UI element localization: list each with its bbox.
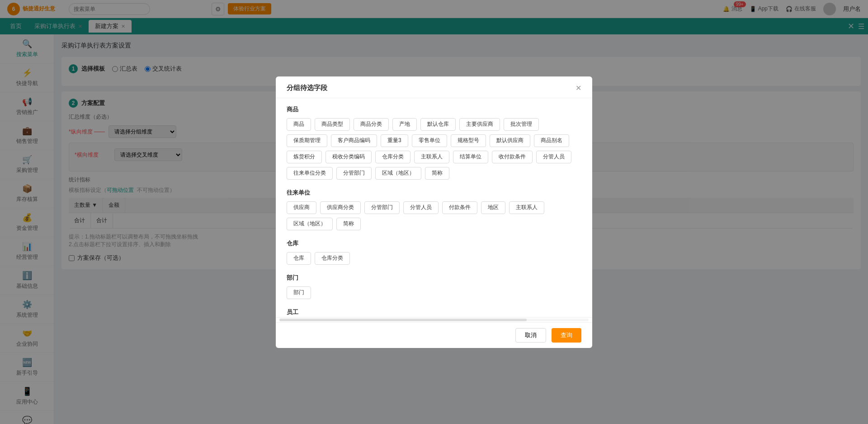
modal-overlay: 分组待选字段 ✕ 商品 商品 商品类型 商品分类 产地 默认仓库 主要供应商 批… [0, 0, 868, 424]
field-tag-expiry-mgmt[interactable]: 保质期管理 [287, 134, 327, 147]
field-tag-origin[interactable]: 产地 [392, 118, 417, 131]
section-warehouse-title: 仓库 [287, 239, 581, 248]
section-warehouse: 仓库 仓库 仓库分类 [287, 239, 581, 265]
section-employee-title: 员工 [287, 308, 581, 316]
field-tag-department[interactable]: 部门 [287, 286, 311, 299]
section-dept-title: 部门 [287, 274, 581, 282]
modal-cancel-button[interactable]: 取消 [515, 328, 546, 343]
modal-confirm-button[interactable]: 查询 [552, 328, 581, 343]
field-tag-dept-partner[interactable]: 分管部门 [364, 201, 400, 214]
field-tag-payment-terms[interactable]: 收付款条件 [492, 151, 533, 163]
modal-hscrollbar[interactable] [276, 317, 592, 322]
field-tag-weight3[interactable]: 重量3 [381, 134, 408, 147]
field-tag-dept[interactable]: 分管部门 [336, 167, 372, 180]
modal-body[interactable]: 商品 商品 商品类型 商品分类 产地 默认仓库 主要供应商 批次管理 保质期管理… [276, 98, 592, 318]
field-tag-goods[interactable]: 商品 [287, 118, 311, 131]
field-tag-tax-code[interactable]: 税收分类编码 [326, 151, 372, 163]
modal-header: 分组待选字段 ✕ [276, 76, 592, 98]
field-tag-supplier-cat[interactable]: 供应商分类 [320, 201, 361, 214]
field-tag-abbr-goods[interactable]: 简称 [425, 167, 449, 180]
field-tag-warehouse-category[interactable]: 仓库分类 [315, 252, 350, 265]
field-tag-default-supplier[interactable]: 默认供应商 [490, 134, 530, 147]
section-employee: 员工 业务员 [287, 308, 581, 318]
field-tag-warehouse[interactable]: 仓库 [287, 252, 311, 265]
field-tag-supplier[interactable]: 供应商 [287, 201, 316, 214]
field-tag-retail-unit[interactable]: 零售单位 [412, 134, 447, 147]
field-tag-partner-cat[interactable]: 往来单位分类 [287, 167, 333, 180]
field-tag-region-partner[interactable]: 地区 [481, 201, 505, 214]
section-partner-title: 往来单位 [287, 189, 581, 197]
field-tag-batch-mgmt[interactable]: 批次管理 [504, 118, 539, 131]
field-tag-main-supplier[interactable]: 主要供应商 [459, 118, 500, 131]
section-dept: 部门 部门 [287, 274, 581, 299]
partner-field-tags: 供应商 供应商分类 分管部门 分管人员 付款条件 地区 主联系人 区域（地区） … [287, 201, 581, 230]
field-tag-settlement-unit[interactable]: 结算单位 [453, 151, 488, 163]
field-tag-points[interactable]: 炼货积分 [287, 151, 322, 163]
goods-field-tags: 商品 商品类型 商品分类 产地 默认仓库 主要供应商 批次管理 保质期管理 客户… [287, 118, 581, 180]
field-tag-manager[interactable]: 分管人员 [536, 151, 571, 163]
warehouse-field-tags: 仓库 仓库分类 [287, 252, 581, 265]
field-tag-warehouse-cat[interactable]: 仓库分类 [375, 151, 410, 163]
field-tag-area-partner[interactable]: 区域（地区） [287, 218, 333, 230]
section-goods: 商品 商品 商品类型 商品分类 产地 默认仓库 主要供应商 批次管理 保质期管理… [287, 105, 581, 180]
modal-footer: 取消 查询 [276, 322, 592, 348]
field-tag-main-contact[interactable]: 主联系人 [414, 151, 449, 163]
dept-field-tags: 部门 [287, 286, 581, 299]
field-tag-goods-type[interactable]: 商品类型 [315, 118, 350, 131]
field-tag-payment-cond[interactable]: 付款条件 [442, 201, 477, 214]
field-tag-spec-model[interactable]: 规格型号 [451, 134, 486, 147]
field-select-modal: 分组待选字段 ✕ 商品 商品 商品类型 商品分类 产地 默认仓库 主要供应商 批… [276, 76, 592, 348]
section-goods-title: 商品 [287, 105, 581, 114]
field-tag-staff-partner[interactable]: 分管人员 [403, 201, 439, 214]
field-tag-contact-partner[interactable]: 主联系人 [509, 201, 544, 214]
field-tag-region-goods[interactable]: 区域（地区） [375, 167, 421, 180]
field-tag-default-warehouse[interactable]: 默认仓库 [420, 118, 456, 131]
field-tag-abbr-partner[interactable]: 简称 [336, 218, 361, 230]
field-tag-goods-category[interactable]: 商品分类 [354, 118, 389, 131]
field-tag-customer-code[interactable]: 客户商品编码 [331, 134, 377, 147]
modal-close-button[interactable]: ✕ [576, 84, 581, 92]
section-partner: 往来单位 供应商 供应商分类 分管部门 分管人员 付款条件 地区 主联系人 区域… [287, 189, 581, 230]
field-tag-goods-alias[interactable]: 商品别名 [534, 134, 569, 147]
modal-title: 分组待选字段 [287, 84, 327, 92]
